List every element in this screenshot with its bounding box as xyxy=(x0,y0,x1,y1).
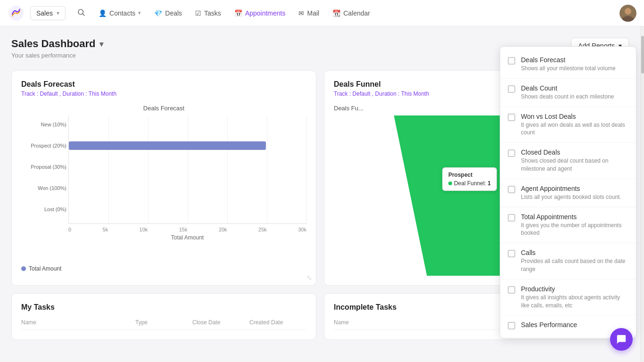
item-title-productivity: Productivity xyxy=(521,285,628,293)
dropdown-item-agent-appointments[interactable]: Agent Appointments Lists all your agents… xyxy=(500,179,636,207)
item-title-total-appointments: Total Appointments xyxy=(521,213,628,221)
bar-label-won: Won (100%) xyxy=(19,185,66,191)
contacts-chevron: ▾ xyxy=(138,10,141,16)
resize-handle[interactable]: ⤡ xyxy=(306,274,312,281)
nav-item-tasks[interactable]: ☑ Tasks xyxy=(190,6,227,21)
bar-chart: New (10%) Prospect (20%) Proposal (30%) xyxy=(21,115,306,260)
scrollbar-thumb[interactable] xyxy=(641,36,644,74)
my-tasks-title: My Tasks xyxy=(21,303,306,312)
page-subtitle: Your sales performance xyxy=(11,52,103,59)
checkbox-deals-count[interactable] xyxy=(508,85,515,93)
checkbox-productivity[interactable] xyxy=(508,286,515,294)
bar-label-prospect: Prospect (20%) xyxy=(19,143,66,148)
deals-label: Deals xyxy=(165,9,182,17)
col-name: Name xyxy=(21,319,135,326)
chat-button[interactable] xyxy=(610,328,633,351)
page-title-group: Sales Dashboard ▾ Your sales performance xyxy=(11,38,103,59)
dropdown-item-productivity[interactable]: Productivity It gives all insights about… xyxy=(500,280,636,316)
deals-forecast-chart: Deals Forecast New (10%) xyxy=(21,105,306,272)
dropdown-item-deals-count[interactable]: Deals Count Shows deals count in each mi… xyxy=(500,79,636,107)
checkbox-deals-forecast[interactable] xyxy=(508,57,515,65)
bar-row-proposal: Proposal (30%) xyxy=(69,163,306,171)
nav-item-mail[interactable]: ✉ Mail xyxy=(293,6,325,21)
app-logo[interactable] xyxy=(8,5,25,22)
legend-dot xyxy=(21,266,26,271)
svg-point-2 xyxy=(78,9,83,15)
tasks-label: Tasks xyxy=(204,9,221,17)
search-button[interactable] xyxy=(73,4,89,22)
col-close-date: Close Date xyxy=(192,319,249,326)
item-title-deals-count: Deals Count xyxy=(521,84,614,92)
tasks-icon: ☑ xyxy=(195,9,201,17)
chart-title: Deals Forecast xyxy=(21,105,306,112)
dropdown-item-calls[interactable]: Calls Provides all calls count based on … xyxy=(500,243,636,280)
item-desc-total-appointments: It gives you the number of appointments … xyxy=(521,222,628,238)
scrollbar-track[interactable] xyxy=(640,26,644,362)
my-tasks-card: My Tasks Name Type Close Date Created Da… xyxy=(11,293,316,340)
item-title-won-vs-lost: Won vs Lost Deals xyxy=(521,113,628,120)
my-tasks-header: Name Type Close Date Created Date xyxy=(21,319,306,330)
contacts-icon: 👤 xyxy=(99,9,107,17)
nav-item-appointments[interactable]: 📅 Appointments xyxy=(229,6,291,21)
dropdown-item-won-vs-lost[interactable]: Won vs Lost Deals It gives all won deals… xyxy=(500,107,636,143)
x-axis-label: Total Amount xyxy=(68,234,306,241)
add-reports-dropdown: Deals Forecast Shows all your milestone … xyxy=(500,46,636,338)
x-axis: 0 5k 10k 15k 20k 25k 30k xyxy=(68,227,306,232)
item-desc-calls: Provides all calls count based on the da… xyxy=(521,257,628,273)
deals-forecast-card: Deals Forecast Track : Default , Duratio… xyxy=(11,70,316,286)
item-desc-agent-appointments: Lists all your agents booked slots count… xyxy=(521,193,621,201)
nav-item-calendar[interactable]: 📆 Calendar xyxy=(327,6,376,21)
user-avatar[interactable] xyxy=(619,5,636,22)
deals-icon: 💎 xyxy=(154,9,162,17)
page-title: Sales Dashboard ▾ xyxy=(11,38,103,50)
mail-icon: ✉ xyxy=(298,9,304,17)
bar-row-won: Won (100%) xyxy=(69,184,306,192)
inc-col-name: Name xyxy=(334,319,524,326)
topnav: Sales ▾ 👤 Contacts ▾ 💎 Deals ☑ Tasks 📅 A… xyxy=(0,0,644,26)
nav-item-deals[interactable]: 💎 Deals xyxy=(149,6,188,21)
svg-line-3 xyxy=(83,14,84,16)
item-title-deals-forecast: Deals Forecast xyxy=(521,56,616,64)
item-title-sales-performance: Sales Performance xyxy=(521,321,577,329)
item-desc-deals-forecast: Shows all your milestone total volume xyxy=(521,65,616,73)
item-desc-won-vs-lost: It gives all won deals as well as lost d… xyxy=(521,121,628,137)
bar-label-proposal: Proposal (30%) xyxy=(19,164,66,170)
dropdown-item-closed-deals[interactable]: Closed Deals Shows closed deal count bas… xyxy=(500,143,636,179)
bar-label-new: New (10%) xyxy=(19,122,66,127)
item-title-closed-deals: Closed Deals xyxy=(521,148,628,156)
nav-items: 👤 Contacts ▾ 💎 Deals ☑ Tasks 📅 Appointme… xyxy=(93,6,619,21)
col-type: Type xyxy=(135,319,192,326)
workspace-selector[interactable]: Sales ▾ xyxy=(30,6,66,20)
contacts-label: Contacts xyxy=(109,9,135,17)
item-desc-closed-deals: Shows closed deal count based on milesto… xyxy=(521,157,628,173)
calendar-icon: 📆 xyxy=(332,9,340,17)
checkbox-total-appointments[interactable] xyxy=(508,214,515,222)
checkbox-agent-appointments[interactable] xyxy=(508,186,515,193)
deals-funnel-track: Track : Default , Duration : This Month xyxy=(334,90,429,97)
bar-row-new: New (10%) xyxy=(69,120,306,129)
legend-label: Total Amount xyxy=(29,265,61,272)
checkbox-closed-deals[interactable] xyxy=(508,149,515,157)
svg-point-5 xyxy=(625,8,631,15)
deals-forecast-track: Track : Default , Duration : This Month xyxy=(21,90,116,97)
dropdown-item-total-appointments[interactable]: Total Appointments It gives you the numb… xyxy=(500,207,636,244)
col-created-date: Created Date xyxy=(249,319,306,326)
nav-item-contacts[interactable]: 👤 Contacts ▾ xyxy=(93,6,147,21)
deals-forecast-subtitle: Track : Default , Duration : This Month xyxy=(21,90,306,97)
chart-legend: Total Amount xyxy=(21,265,306,272)
bar-row-lost: Lost (0%) xyxy=(69,205,306,214)
dropdown-item-deals-forecast[interactable]: Deals Forecast Shows all your milestone … xyxy=(500,50,636,79)
mail-label: Mail xyxy=(307,9,319,17)
deals-forecast-title: Deals Forecast xyxy=(21,80,306,89)
checkbox-sales-performance[interactable] xyxy=(508,322,515,329)
appointments-label: Appointments xyxy=(245,9,286,17)
item-desc-deals-count: Shows deals count in each milestone xyxy=(521,93,614,101)
bar-label-lost: Lost (0%) xyxy=(19,206,66,212)
appointments-icon: 📅 xyxy=(234,9,242,17)
calendar-label: Calendar xyxy=(343,9,370,17)
workspace-chevron: ▾ xyxy=(57,10,59,16)
checkbox-won-vs-lost[interactable] xyxy=(508,114,515,121)
page-title-chevron[interactable]: ▾ xyxy=(99,40,103,49)
checkbox-calls[interactable] xyxy=(508,250,515,257)
item-title-calls: Calls xyxy=(521,249,628,256)
